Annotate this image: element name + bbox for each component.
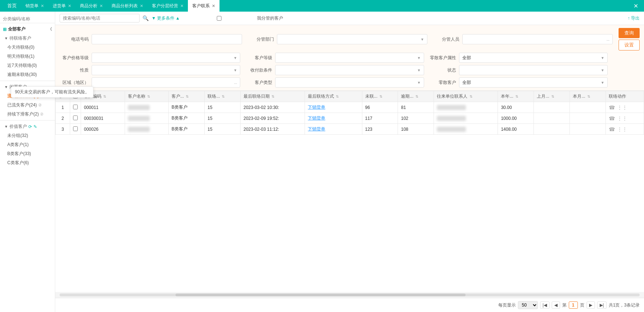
export-btn[interactable]: ↑ 导出 (628, 15, 640, 21)
sort-icon-8: ⇅ (415, 94, 418, 98)
col-header-last-month[interactable]: 上月... ⇅ (534, 91, 570, 102)
sidebar-item-overdue[interactable]: 逾期未联络(30) (0, 70, 55, 79)
row-checkbox[interactable] (73, 116, 78, 120)
cell-last-method[interactable]: 下销货单 (305, 113, 362, 124)
close-tab-4[interactable]: ✕ (180, 4, 184, 8)
col-header-level[interactable]: 客户... ⇅ (169, 91, 205, 102)
col-header-not-contacted[interactable]: 未联... ⇅ (362, 91, 398, 102)
close-tab-5[interactable]: ✕ (212, 4, 215, 8)
cell-this-month (570, 124, 606, 135)
nav-tab-0[interactable]: 销货单 ✕ (21, 0, 48, 12)
global-close-button[interactable]: ✕ (631, 3, 641, 9)
next-page-btn[interactable]: ▶ (587, 301, 595, 309)
settings-button[interactable]: 设置 (619, 40, 640, 50)
contact-icon[interactable]: ☎ (609, 105, 615, 110)
select-customer-level[interactable]: ▼ (275, 53, 424, 63)
sidebar-item-b-class[interactable]: B类客户(33) (0, 149, 55, 158)
close-tab-0[interactable]: ✕ (41, 4, 44, 8)
cell-last-method[interactable]: 下销货单 (305, 124, 362, 135)
nav-tab-4[interactable]: 客户分层经营 ✕ (148, 0, 188, 12)
contact-method-link[interactable]: 下销货单 (308, 105, 325, 110)
search-input[interactable] (60, 14, 140, 23)
col-header-this-month[interactable]: 本月... ⇅ (570, 91, 606, 102)
cell-seq: 2 (56, 113, 70, 124)
more-conditions-btn[interactable]: ▼ 更多条件 ▲ (152, 15, 180, 21)
input-phone[interactable] (92, 34, 242, 44)
cell-last-method[interactable]: 下销货单 (305, 102, 362, 113)
filter-icon: ▼ (152, 16, 156, 21)
select-retail-attr[interactable]: 全部 ▼ (459, 53, 608, 63)
col-header-this-year[interactable]: 本年... ⇅ (498, 91, 534, 102)
nav-home[interactable]: 首页 (3, 3, 21, 9)
col-header-name[interactable]: 客户名称 ⇅ (125, 91, 169, 102)
select-retail-customer[interactable]: 全部 ▼ (459, 77, 608, 88)
nav-tab-1[interactable]: 进货单 ✕ (48, 0, 76, 12)
col-header-last-date[interactable]: 最后联络日期 ⇅ (241, 91, 305, 102)
select-dept[interactable]: ▼ (277, 34, 427, 44)
page-size-select[interactable]: 50 100 200 (518, 301, 538, 309)
col-header-contact[interactable]: 联络... ⇅ (205, 91, 241, 102)
col-header-unit-contact[interactable]: 往来单位联系人 ⇅ (434, 91, 498, 102)
nav-tab-3[interactable]: 商品分析列表 ✕ (107, 0, 148, 12)
select-region[interactable]: ... (92, 77, 240, 88)
last-page-btn[interactable]: ▶| (597, 301, 607, 309)
contact-icon[interactable]: ☎ (609, 116, 615, 121)
scroll-thumb[interactable] (176, 293, 466, 296)
more-action-icon[interactable]: ⋮⋮ (617, 126, 627, 132)
contact-method-link[interactable]: 下销货单 (308, 126, 325, 131)
my-customers-checkbox[interactable]: 我分管的客户 (183, 15, 283, 21)
cell-check[interactable] (70, 102, 81, 113)
sidebar-item-churned[interactable]: 已流失客户(24) ② (0, 101, 55, 110)
cell-code: 000011 (81, 102, 125, 113)
more-action-icon[interactable]: ⋮⋮ (617, 105, 627, 110)
close-tab-1[interactable]: ✕ (68, 4, 71, 8)
contact-icon[interactable]: ☎ (609, 126, 615, 132)
sidebar-group-pending[interactable]: ▼ 待联络客户 (0, 34, 55, 43)
cell-action[interactable]: ☎ ⋮⋮ (606, 124, 644, 135)
edit-icon[interactable]: ✎ (33, 124, 37, 129)
contact-method-link[interactable]: 下销货单 (308, 116, 325, 121)
total-label: 共1页，3条记录 (609, 302, 640, 308)
sidebar-item-c-class[interactable]: C类客户(6) (0, 158, 55, 167)
refresh-icon[interactable]: ⟳ (28, 124, 32, 129)
chevron-down-icon-9: ▼ (417, 81, 421, 85)
col-header-last-method[interactable]: 最后联络方式 ⇅ (305, 91, 362, 102)
nav-tab-5[interactable]: 客户联系 ✕ (188, 0, 220, 12)
close-tab-3[interactable]: ✕ (140, 4, 143, 8)
row-checkbox[interactable] (73, 105, 78, 109)
cell-unit-contact (434, 124, 498, 135)
sidebar-item-7days[interactable]: 近7天待联络(0) (0, 61, 55, 70)
select-gender[interactable]: ▼ (92, 65, 240, 75)
sort-icon-11: ⇅ (551, 94, 554, 98)
table-container: ⚙ 客户编码 ⇅ 客户名称 ⇅ 客户... ⇅ 联络... ⇅ 最后联络日期 ⇅… (55, 91, 644, 292)
nav-tab-2[interactable]: 商品分析 ✕ (76, 0, 107, 12)
cell-action[interactable]: ☎ ⋮⋮ (606, 102, 644, 113)
sidebar-item-a-class[interactable]: A类客户(1) (0, 140, 55, 149)
sidebar-item-tomorrow[interactable]: 明天待联络(1) (0, 52, 55, 61)
more-action-icon[interactable]: ⋮⋮ (617, 116, 627, 121)
sidebar-item-declining[interactable]: 持续下滑客户(2) ② (0, 110, 55, 119)
all-customers-header[interactable]: ⊞ 全部客户 《 (0, 25, 55, 34)
horizontal-scrollbar[interactable] (55, 292, 644, 298)
cell-check[interactable] (70, 113, 81, 124)
select-payment[interactable]: ▼ (275, 65, 424, 75)
first-page-btn[interactable]: |◀ (540, 301, 550, 309)
cell-code: 00030031 (81, 113, 125, 124)
sort-icon-6: ⇅ (336, 94, 339, 98)
cell-check[interactable] (70, 124, 81, 135)
sidebar-item-today[interactable]: 今天待联络(0) (0, 43, 55, 52)
select-price-level[interactable]: ▼ (92, 53, 240, 63)
prev-page-btn[interactable]: ◀ (552, 301, 560, 309)
sidebar-group-value[interactable]: ▼ 价值客户 ⟳ ✎ (0, 122, 55, 131)
col-header-overdue[interactable]: 逾期... ⇅ (398, 91, 434, 102)
select-manager[interactable]: ... (462, 34, 613, 44)
select-status[interactable]: ▼ (459, 65, 608, 75)
sidebar-search-input[interactable] (3, 16, 55, 21)
row-checkbox[interactable] (73, 126, 78, 131)
my-customers-check[interactable] (183, 16, 255, 21)
sidebar-item-ungroup[interactable]: 未分组(32) (0, 131, 55, 140)
cell-action[interactable]: ☎ ⋮⋮ (606, 113, 644, 124)
close-tab-2[interactable]: ✕ (100, 4, 103, 8)
select-customer-type[interactable]: ▼ (275, 77, 424, 88)
query-button[interactable]: 查询 (619, 28, 640, 38)
